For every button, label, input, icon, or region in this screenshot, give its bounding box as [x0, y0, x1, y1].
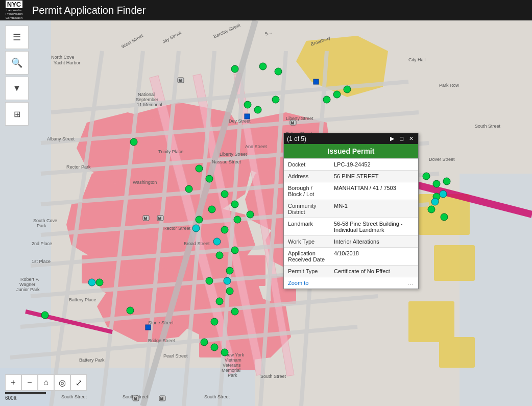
svg-rect-26	[434, 245, 475, 281]
filter-button[interactable]: ▼	[5, 77, 29, 100]
popup-field-label: Work Type	[284, 236, 330, 248]
svg-point-138	[272, 96, 279, 103]
svg-text:Ann Street: Ann Street	[245, 144, 267, 149]
svg-text:City Hall: City Hall	[408, 57, 426, 62]
svg-text:Veterans: Veterans	[223, 363, 241, 368]
popup-status-bar: Issued Permit	[284, 144, 418, 159]
popup-row: Work TypeInterior Alterations	[284, 236, 418, 248]
app-header: NYC LandmarksPreservationCommission Perm…	[0, 0, 532, 20]
popup-more[interactable]: ...	[407, 279, 414, 286]
fullscreen-button[interactable]: ⤢	[70, 374, 87, 391]
svg-point-125	[226, 288, 233, 295]
svg-point-121	[231, 247, 238, 254]
svg-point-112	[206, 175, 213, 182]
svg-text:Pearl Street: Pearl Street	[163, 353, 188, 359]
popup-field-label: Docket	[284, 159, 330, 171]
svg-point-116	[208, 206, 215, 213]
svg-text:Park: Park	[37, 223, 46, 228]
fullscreen-icon: ⤢	[76, 378, 82, 388]
home-button[interactable]: ⌂	[38, 374, 54, 391]
svg-point-126	[216, 298, 223, 305]
svg-text:National: National	[138, 92, 155, 97]
svg-point-154	[440, 190, 447, 198]
svg-text:South Cove: South Cove	[33, 218, 57, 223]
locate-icon: ◎	[59, 378, 66, 388]
search-button[interactable]: 🔍	[5, 51, 29, 75]
svg-point-120	[247, 211, 254, 218]
svg-text:M: M	[134, 397, 137, 400]
svg-point-134	[41, 312, 49, 319]
svg-text:Dover Street: Dover Street	[429, 157, 455, 162]
svg-text:Bridge Street: Bridge Street	[148, 338, 175, 343]
svg-text:South Street: South Street	[204, 394, 230, 399]
popup-row: Community DistrictMN-1	[284, 200, 418, 218]
svg-point-114	[221, 190, 228, 198]
svg-text:M: M	[158, 217, 161, 220]
left-toolbar: ☰ 🔍 ▼ ⊞	[5, 26, 29, 126]
zoom-out-icon: −	[27, 378, 32, 387]
svg-text:11 Memorial: 11 Memorial	[137, 102, 162, 107]
popup-field-value: 56-58 Pine Street Building - Individual …	[330, 218, 418, 236]
svg-text:Rector Park: Rector Park	[66, 164, 91, 170]
zoom-out-button[interactable]: −	[21, 374, 38, 391]
filter-icon: ▼	[13, 84, 21, 93]
list-button[interactable]: ☰	[5, 26, 29, 49]
popup-row: Application Received Date4/10/2018	[284, 248, 418, 266]
popup-field-value: MANHATTAN / 41 / 7503	[330, 182, 418, 200]
zoom-to-link[interactable]: Zoom to	[288, 280, 308, 286]
map-svg: West Street Jay Street Barclay Street S.…	[0, 20, 532, 406]
svg-point-145	[433, 180, 440, 187]
map-container[interactable]: West Street Jay Street Barclay Street S.…	[0, 20, 532, 406]
svg-text:Nassau Street: Nassau Street	[212, 159, 241, 164]
search-icon: 🔍	[11, 57, 22, 68]
svg-point-118	[221, 226, 228, 233]
svg-text:South Street: South Street	[61, 394, 87, 399]
svg-point-139	[275, 68, 282, 75]
svg-point-128	[211, 318, 218, 325]
layers-button[interactable]: ⊞	[5, 102, 29, 126]
svg-point-155	[431, 198, 439, 205]
bottom-controls: + − ⌂ ◎ ⤢	[5, 374, 87, 391]
zoom-in-button[interactable]: +	[5, 374, 21, 391]
popup-nav: ▶ ◻ ✕	[389, 135, 415, 142]
svg-point-140	[259, 63, 267, 70]
svg-point-146	[443, 178, 450, 185]
popup-play-button[interactable]: ▶	[389, 135, 396, 142]
svg-point-142	[244, 101, 251, 108]
svg-point-137	[344, 86, 351, 93]
svg-point-135	[323, 96, 330, 103]
popup-row: Borough / Block / LotMANHATTAN / 41 / 75…	[284, 182, 418, 200]
svg-point-143	[254, 106, 261, 113]
svg-point-153	[224, 277, 231, 284]
popup-table: DocketLPC-19-24452Address56 PINE STREETB…	[284, 159, 418, 277]
svg-text:Trinity Place: Trinity Place	[158, 149, 183, 154]
svg-text:M: M	[144, 217, 147, 220]
popup-field-value: Interior Alterations	[330, 236, 418, 248]
svg-text:1st Place: 1st Place	[32, 259, 51, 264]
popup-field-value: 56 PINE STREET	[330, 171, 418, 182]
svg-point-117	[196, 216, 203, 223]
scale-bar: 600ft	[5, 392, 46, 401]
svg-point-115	[231, 201, 238, 208]
popup-field-value: 4/10/2018	[330, 248, 418, 266]
svg-text:Memorial: Memorial	[222, 368, 240, 373]
svg-point-129	[201, 339, 208, 346]
popup-close-button[interactable]: ✕	[407, 135, 415, 142]
svg-point-124	[206, 277, 213, 284]
home-icon: ⌂	[43, 378, 49, 387]
zoom-in-icon: +	[11, 378, 15, 387]
svg-point-150	[88, 279, 95, 286]
svg-text:M: M	[160, 397, 163, 400]
popup-restore-button[interactable]: ◻	[398, 135, 405, 142]
svg-text:Liberty Street: Liberty Street	[220, 152, 247, 157]
svg-point-149	[441, 213, 448, 221]
popup-row: DocketLPC-19-24452	[284, 159, 418, 171]
popup-field-label: Permit Type	[284, 266, 330, 277]
locate-button[interactable]: ◎	[54, 374, 70, 391]
svg-point-127	[231, 308, 238, 315]
svg-point-141	[231, 65, 238, 73]
svg-point-144	[423, 173, 430, 180]
popup-row: Address56 PINE STREET	[284, 171, 418, 182]
svg-text:September: September	[136, 97, 158, 102]
svg-text:Robert F.: Robert F.	[20, 277, 39, 282]
